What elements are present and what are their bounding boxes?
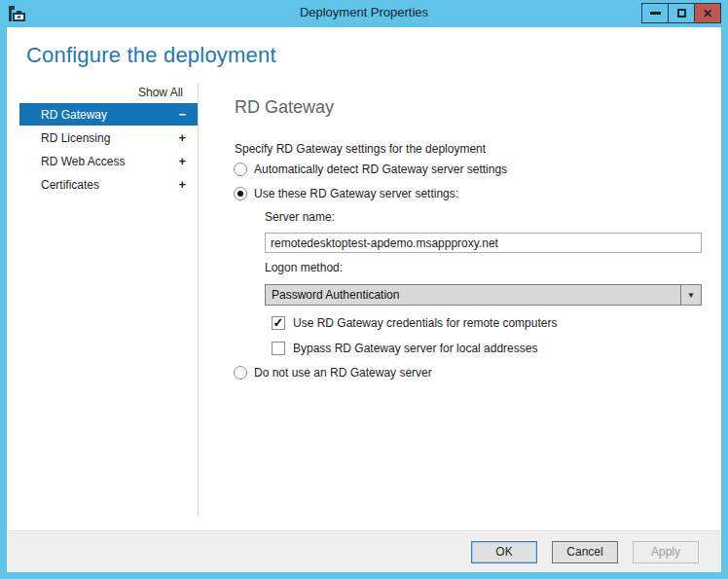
checkbox-use-rd-gateway-credentials[interactable]: ✓ Use RD Gateway credentials for remote … xyxy=(272,316,557,330)
show-all-link[interactable]: Show All xyxy=(114,86,183,99)
deployment-properties-dialog: Deployment Properties ✕ Configure the de… xyxy=(0,0,728,579)
checkbox-label: Bypass RD Gateway server for local addre… xyxy=(293,342,537,355)
radio-auto-detect[interactable]: Automatically detect RD Gateway server s… xyxy=(234,163,507,176)
radio-use-these-settings[interactable]: Use these RD Gateway server settings: xyxy=(234,187,458,200)
radio-label: Use these RD Gateway server settings: xyxy=(254,187,458,200)
logon-method-value: Password Authentication xyxy=(266,288,680,302)
sidebar-item-label: RD Licensing xyxy=(41,131,178,145)
sidebar-item-label: RD Gateway xyxy=(41,108,178,122)
sidebar-item-rd-web-access[interactable]: RD Web Access + xyxy=(19,150,198,172)
checkbox-unchecked-icon[interactable]: ✓ xyxy=(272,342,285,355)
section-title: RD Gateway xyxy=(235,97,334,118)
checkbox-checked-icon[interactable]: ✓ xyxy=(272,316,285,330)
sidebar-item-label: RD Web Access xyxy=(41,155,178,168)
chevron-down-icon[interactable]: ▼ xyxy=(680,285,701,305)
server-name-label: Server name: xyxy=(265,210,335,224)
sidebar-item-label: Certificates xyxy=(41,178,178,192)
section-description: Specify RD Gateway settings for the depl… xyxy=(235,142,486,156)
logon-method-select[interactable]: Password Authentication ▼ xyxy=(265,284,702,306)
collapse-icon[interactable]: − xyxy=(178,107,186,122)
sidebar-item-rd-gateway[interactable]: RD Gateway − xyxy=(19,103,198,126)
page-title: Configure the deployment xyxy=(26,43,276,68)
server-name-input[interactable] xyxy=(265,233,702,253)
close-button[interactable]: ✕ xyxy=(694,3,721,23)
window-title: Deployment Properties xyxy=(0,0,728,27)
sidebar-item-rd-licensing[interactable]: RD Licensing + xyxy=(19,127,198,149)
button-bar: OK Cancel Apply xyxy=(7,530,721,572)
minimize-button[interactable] xyxy=(641,3,669,23)
maximize-button[interactable] xyxy=(668,3,695,23)
maximize-icon xyxy=(677,9,686,18)
apply-button[interactable]: Apply xyxy=(633,541,699,563)
ok-button[interactable]: OK xyxy=(471,541,537,563)
radio-icon[interactable] xyxy=(234,366,247,380)
radio-label: Automatically detect RD Gateway server s… xyxy=(254,163,507,176)
titlebar: Deployment Properties ✕ xyxy=(0,0,728,27)
expand-icon[interactable]: + xyxy=(178,177,186,192)
checkbox-bypass-local-addresses[interactable]: ✓ Bypass RD Gateway server for local add… xyxy=(272,342,537,355)
cancel-button[interactable]: Cancel xyxy=(552,541,618,563)
sidebar-separator xyxy=(198,84,199,516)
dialog-content: Configure the deployment Show All RD Gat… xyxy=(7,27,721,572)
sidebar: RD Gateway − RD Licensing + RD Web Acces… xyxy=(19,103,198,197)
radio-selected-icon[interactable] xyxy=(234,187,247,200)
expand-icon[interactable]: + xyxy=(178,130,186,145)
logon-method-label: Logon method: xyxy=(265,261,343,274)
sidebar-item-certificates[interactable]: Certificates + xyxy=(19,173,198,196)
minimize-icon xyxy=(650,12,661,15)
expand-icon[interactable]: + xyxy=(178,154,186,168)
radio-label: Do not use an RD Gateway server xyxy=(254,366,432,380)
radio-do-not-use-gateway[interactable]: Do not use an RD Gateway server xyxy=(234,366,432,380)
close-icon: ✕ xyxy=(703,8,712,19)
window-controls: ✕ xyxy=(642,3,721,23)
radio-icon[interactable] xyxy=(234,163,247,176)
checkbox-label: Use RD Gateway credentials for remote co… xyxy=(293,316,557,330)
